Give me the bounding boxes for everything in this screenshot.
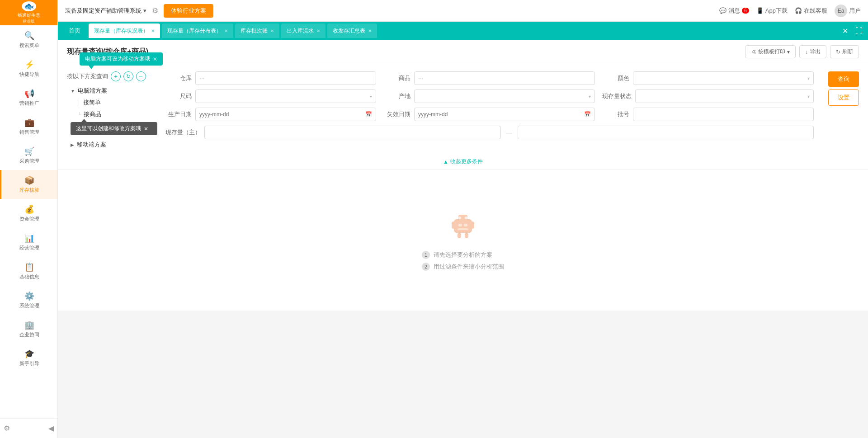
avatar-text: Ea	[838, 8, 844, 14]
finance-icon: 💰	[24, 204, 34, 214]
scheme-item-label-1: 接简单	[83, 99, 101, 107]
inventory-status-control[interactable]: ▾	[635, 89, 814, 103]
svg-rect-9	[464, 224, 467, 226]
filter-color: 颜色 ▾	[602, 71, 814, 85]
tab-bar-actions: ✕ ⛶	[840, 25, 864, 37]
tab-batch-account[interactable]: 库存批次账 ✕	[235, 24, 279, 38]
tab-close-batch-account[interactable]: ✕	[270, 28, 274, 33]
tooltip-edit-close[interactable]: ✕	[144, 126, 148, 132]
scheme-mobile[interactable]: ▶ 移动端方案	[71, 139, 157, 151]
quick-nav-icon: ⚡	[24, 60, 34, 70]
svg-point-3	[465, 217, 467, 219]
sidebar-item-finance[interactable]: 💰 资金管理	[0, 199, 57, 228]
tooltip-scheme-close[interactable]: ✕	[153, 56, 157, 62]
step-num-1: 1	[422, 251, 430, 259]
back-scheme-btn[interactable]: ←	[136, 71, 146, 81]
sidebar-item-quicknav[interactable]: ⚡ 快捷导航	[0, 54, 57, 83]
page-content: 现存量查询(按仓库+商品) 🖨 按模板打印 ▾ ↓ 导出 ↻ 刷新	[58, 40, 868, 438]
color-control[interactable]: ▾	[633, 71, 814, 85]
trial-button[interactable]: 体验行业方案	[164, 4, 213, 18]
produce-date-input[interactable]	[199, 111, 365, 118]
app-download-action[interactable]: 📱 App下载	[756, 7, 788, 15]
scheme-item-jishangpin[interactable]: └ 接商品	[78, 108, 157, 120]
inventory-qty-from[interactable]	[204, 126, 501, 139]
inventory-qty-to[interactable]	[518, 126, 814, 139]
tooltip-edit-text: 这里可以创建和修改方案哦	[76, 125, 141, 132]
sidebar-item-sales[interactable]: 💼 销售管理	[0, 112, 57, 141]
footer-collapse-icon[interactable]: ◀	[48, 424, 54, 433]
size-control[interactable]: ▾	[195, 89, 376, 103]
svg-rect-7	[465, 233, 468, 238]
logo-icon: 🐟	[22, 1, 36, 11]
sidebar-item-basic[interactable]: 📋 基础信息	[0, 257, 57, 286]
mobile-arrow: ▶	[71, 142, 74, 147]
tab-inventory-dist[interactable]: 现存量（库存分布表） ✕	[162, 24, 233, 38]
sidebar-label-basic: 基础信息	[19, 273, 39, 280]
sidebar-item-enterprise[interactable]: 🏢 企业协同	[0, 315, 57, 344]
sidebar-item-system[interactable]: ⚙️ 系统管理	[0, 286, 57, 315]
collapse-label: 收起更多条件	[450, 158, 483, 165]
qty-from-input[interactable]	[208, 129, 497, 136]
tab-close-all-icon[interactable]: ✕	[840, 25, 850, 37]
logo-text: 畅通好生意	[18, 12, 40, 19]
scheme-item-jianjian[interactable]: │ 接简单	[78, 97, 157, 108]
sidebar-item-marketing[interactable]: 📢 营销推广	[0, 83, 57, 112]
export-icon: ↓	[805, 49, 808, 55]
logo-sub: 标准版	[23, 19, 35, 24]
header-left: 装备及固定资产辅助管理系统 ▾ ⚙ 体验行业方案	[65, 4, 213, 18]
tab-home-label: 首页	[69, 27, 80, 35]
notifications-action[interactable]: 💬 消息 6	[719, 7, 749, 15]
purchase-icon: 🛒	[24, 146, 34, 156]
goods-control[interactable]: ···	[414, 71, 595, 85]
step-num-2: 2	[422, 263, 430, 271]
refresh-scheme-btn[interactable]: ↻	[123, 71, 133, 81]
tab-close-io-flow[interactable]: ✕	[316, 28, 320, 33]
sidebar-label-purchase: 采购管理	[19, 158, 39, 165]
system-selector[interactable]: 装备及固定资产辅助管理系统 ▾	[65, 7, 146, 15]
settings-icon[interactable]: ⚙	[152, 6, 158, 15]
search-button[interactable]: 查询	[828, 71, 859, 87]
tab-close-receive-summary[interactable]: ✕	[368, 28, 372, 33]
batch-no-input[interactable]	[637, 111, 810, 118]
sidebar-item-newbie[interactable]: 🎓 新手引导	[0, 344, 57, 372]
export-button[interactable]: ↓ 导出	[799, 45, 826, 58]
tab-close-inventory-dist[interactable]: ✕	[224, 28, 228, 33]
sidebar-item-purchase[interactable]: 🛒 采购管理	[0, 141, 57, 170]
qty-to-input[interactable]	[522, 129, 810, 136]
sidebar-item-search[interactable]: 🔍 搜索菜单	[0, 25, 57, 54]
batch-no-control[interactable]	[633, 108, 814, 121]
tab-home[interactable]: 首页	[61, 22, 88, 40]
tab-inventory-status[interactable]: 现存量（库存状况表） ✕	[89, 24, 160, 38]
expire-date-control[interactable]: 📅	[414, 108, 595, 121]
origin-label: 产地	[383, 92, 410, 100]
notifications-label: 消息	[728, 7, 740, 15]
tab-receive-summary[interactable]: 收发存汇总表 ✕	[327, 24, 377, 38]
filter-goods: 商品 ···	[383, 71, 595, 85]
scheme-desktop[interactable]: ▼ 电脑端方案	[71, 85, 157, 97]
tab-io-flow-label: 出入库流水	[287, 27, 314, 35]
query-label: 按以下方案查询	[67, 72, 108, 80]
origin-control[interactable]: ▾	[414, 89, 595, 103]
warehouse-label: 仓库	[165, 74, 192, 82]
inventory-qty-label: 现存量（主）	[165, 128, 201, 137]
step2-label: 用过滤条件来缩小分析范围	[434, 263, 504, 271]
expire-date-input[interactable]	[418, 111, 584, 118]
sidebar-item-inventory[interactable]: 📦 库存核算	[0, 170, 57, 199]
online-support-action[interactable]: 🎧 在线客服	[795, 7, 827, 15]
refresh-button[interactable]: ↻ 刷新	[830, 45, 859, 58]
sales-icon: 💼	[24, 118, 34, 127]
reset-button[interactable]: 设置	[828, 89, 859, 106]
footer-settings-icon[interactable]: ⚙	[4, 424, 10, 433]
add-scheme-btn[interactable]: +	[111, 71, 121, 81]
sidebar-item-operations[interactable]: 📊 经营管理	[0, 228, 57, 257]
collapse-bar[interactable]: ▲ 收起更多条件	[67, 154, 859, 169]
tab-expand-icon[interactable]: ⛶	[854, 25, 864, 37]
tab-close-inventory-status[interactable]: ✕	[151, 28, 155, 33]
inv-status-dropdown-arrow: ▾	[807, 94, 810, 99]
tab-io-flow[interactable]: 出入库流水 ✕	[281, 24, 326, 38]
sidebar-label-finance: 资金管理	[19, 216, 39, 222]
produce-date-control[interactable]: 📅	[195, 108, 376, 121]
warehouse-control[interactable]: ···	[195, 71, 376, 85]
user-action[interactable]: Ea 用户	[835, 5, 861, 17]
print-button[interactable]: 🖨 按模板打印 ▾	[745, 45, 796, 58]
